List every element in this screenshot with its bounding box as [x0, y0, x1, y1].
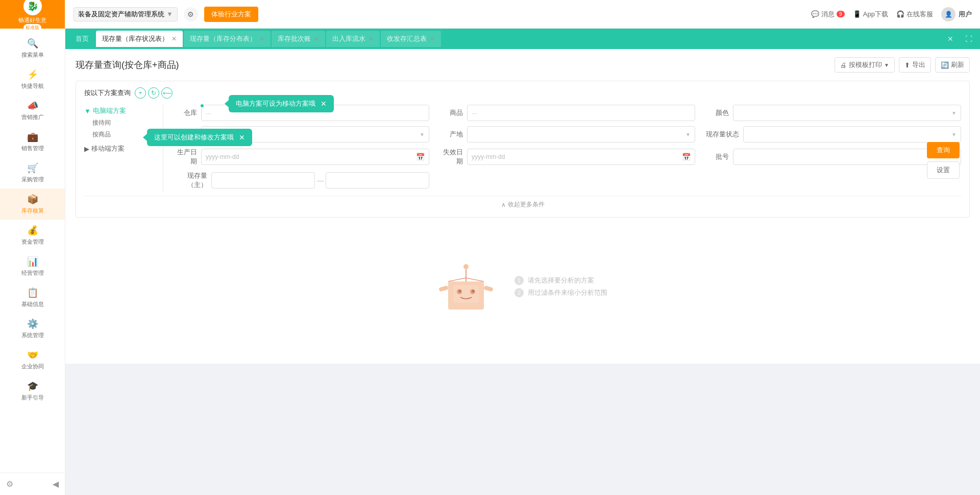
- tooltip-close-2[interactable]: ✕: [239, 133, 245, 142]
- tooltip-close-1[interactable]: ✕: [321, 100, 327, 108]
- collapse-button[interactable]: ∧ 收起更多条件: [84, 196, 961, 213]
- page-actions: 🖨 按模板打印 ▼ ⬆ 导出 🔄 刷新: [835, 57, 970, 73]
- product-field: 商品 ···: [437, 105, 695, 121]
- empty-state: 1 请先选择要分析的方案 2 用过滤条件来缩小分析范围: [76, 218, 970, 356]
- tab-collect-summary[interactable]: 收发存汇总表 ✕: [381, 31, 441, 47]
- message-action[interactable]: 💬 消息 9: [811, 10, 845, 19]
- color-dropdown-icon: ▼: [951, 110, 957, 116]
- stock-main-to[interactable]: [326, 172, 429, 188]
- filter-body: ▼ 电脑端方案 接待间 按商品 ▶ 移动端方案: [84, 105, 961, 192]
- arrow-scheme-button[interactable]: ⟵: [161, 87, 173, 99]
- tab-bar-right: ✕ ⛶: [943, 32, 976, 46]
- search-menu-icon: 🔍: [27, 38, 38, 49]
- sidebar-item-quick-nav[interactable]: ⚡ 快捷导航: [0, 64, 65, 95]
- stock-status-dropdown-icon: ▼: [951, 132, 957, 137]
- top-header: 装备及固定资产辅助管理系统 ▼ ⚙ 体验行业方案 💬 消息 9 📱 App下载 …: [65, 0, 980, 29]
- sidebar-item-enterprise[interactable]: 🤝 企业协同: [0, 344, 65, 375]
- search-button[interactable]: 查询: [927, 142, 960, 158]
- tooltip-text-2: 这里可以创建和修改方案哦: [154, 133, 234, 142]
- calendar-icon-2: 📅: [682, 153, 691, 161]
- enterprise-icon: 🤝: [27, 349, 38, 361]
- tab-close-in-out-flow[interactable]: ✕: [369, 35, 374, 42]
- stock-main-from[interactable]: [211, 172, 315, 188]
- collapse-up-icon: ∧: [501, 201, 506, 208]
- refresh-button[interactable]: 🔄 刷新: [935, 57, 970, 73]
- tooltip-arrow-2: [143, 134, 147, 141]
- tab-inventory-status[interactable]: 现存量（库存状况表） ✕: [96, 31, 183, 47]
- sidebar-item-basic[interactable]: 📋 基础信息: [0, 282, 65, 313]
- filter-row-2: 尺码 ▼ 产地 ▼: [172, 126, 961, 143]
- system-selector[interactable]: 装备及固定资产辅助管理系统 ▼: [74, 7, 178, 21]
- tab-close-all-button[interactable]: ✕: [943, 32, 958, 46]
- expire-date-from[interactable]: yyyy-mm-dd 📅: [467, 149, 695, 165]
- color-select[interactable]: ▼: [733, 105, 961, 121]
- user-label: 用户: [959, 10, 972, 19]
- origin-select[interactable]: ▼: [467, 126, 695, 143]
- stock-main-field: 现存量（主） —: [172, 171, 429, 190]
- logo-icon: 🐉: [23, 0, 42, 15]
- reset-button[interactable]: 设置: [927, 161, 960, 179]
- add-scheme-button[interactable]: +: [135, 87, 146, 99]
- sidebar-item-system[interactable]: ⚙️ 系统管理: [0, 313, 65, 344]
- sidebar-item-search-menu[interactable]: 🔍 搜索菜单: [0, 33, 65, 64]
- system-icon: ⚙️: [27, 318, 38, 329]
- sidebar: 🐉 畅通好生意 标准版 🔍 搜索菜单 ⚡ 快捷导航 📣 营销推广 💼 销售管理 …: [0, 0, 65, 495]
- color-field: 颜色 ▼: [703, 105, 961, 121]
- scheme-pc[interactable]: ▼ 电脑端方案: [84, 105, 159, 117]
- collapse-sidebar-icon[interactable]: ◀: [53, 479, 59, 489]
- filter-action-buttons: + ↻ ⟵: [135, 87, 173, 99]
- tab-close-batch-account[interactable]: ✕: [314, 35, 319, 42]
- settings-icon[interactable]: ⚙: [6, 479, 13, 489]
- sidebar-item-guide[interactable]: 🎓 新手引导: [0, 375, 65, 407]
- stock-status-label: 现存量状态: [703, 130, 739, 139]
- batch-field: 批号: [703, 148, 961, 166]
- svg-line-11: [466, 278, 484, 281]
- sidebar-item-purchase[interactable]: 🛒 采购管理: [0, 157, 65, 188]
- calendar-icon-1: 📅: [416, 153, 425, 161]
- tab-close-collect-summary[interactable]: ✕: [430, 35, 435, 42]
- dot-indicator: [200, 103, 205, 108]
- tab-fullscreen-button[interactable]: ⛶: [962, 32, 976, 46]
- marketing-icon: 📣: [27, 100, 38, 111]
- logo-text: 畅通好生意: [18, 16, 46, 24]
- scheme-mobile-label: 移动端方案: [91, 144, 125, 153]
- product-input[interactable]: ···: [467, 105, 695, 121]
- app-download-action[interactable]: 📱 App下载: [853, 10, 888, 19]
- gear-button[interactable]: ⚙: [184, 7, 198, 21]
- stock-range-sep: —: [317, 177, 324, 184]
- tab-batch-account[interactable]: 库存批次账 ✕: [272, 31, 325, 47]
- refresh-icon: 🔄: [941, 61, 949, 69]
- scheme-sub-reception[interactable]: 接待间: [92, 117, 159, 129]
- industry-button[interactable]: 体验行业方案: [204, 7, 258, 22]
- sidebar-item-operations[interactable]: 📊 经营管理: [0, 251, 65, 282]
- tab-close-inventory-status[interactable]: ✕: [172, 35, 177, 42]
- sidebar-item-inventory[interactable]: 📦 库存核算: [0, 188, 65, 220]
- tooltip-arrow-1: [225, 100, 229, 107]
- tab-in-out-flow[interactable]: 出入库流水 ✕: [326, 31, 380, 47]
- empty-step-2: 2 用过滤条件来缩小分析范围: [514, 288, 607, 297]
- origin-field: 产地 ▼: [437, 126, 695, 143]
- search-btn-group: 查询 设置: [927, 142, 960, 179]
- produce-date-label: 生产日期: [172, 148, 197, 166]
- tab-close-inventory-dist[interactable]: ✕: [259, 35, 264, 42]
- scheme-expand-icon: ▼: [84, 107, 91, 115]
- user-area[interactable]: 👤 用户: [941, 7, 972, 21]
- sidebar-item-sales[interactable]: 💼 销售管理: [0, 126, 65, 157]
- tab-bar: 首页 现存量（库存状况表） ✕ 现存量（库存分布表） ✕ 库存批次账 ✕ 出入库…: [65, 29, 980, 49]
- tab-home[interactable]: 首页: [69, 31, 95, 47]
- export-button[interactable]: ⬆ 导出: [899, 57, 931, 73]
- message-badge: 9: [837, 11, 845, 17]
- page-title: 现存量查询(按仓库+商品): [76, 59, 179, 71]
- sidebar-item-finance[interactable]: 💰 资金管理: [0, 220, 65, 251]
- step-num-2: 2: [514, 288, 524, 297]
- produce-date-field: 生产日期 yyyy-mm-dd 📅: [172, 148, 429, 166]
- produce-date-from[interactable]: yyyy-mm-dd 📅: [201, 149, 429, 165]
- tab-inventory-dist[interactable]: 现存量（库存分布表） ✕: [184, 31, 271, 47]
- mobile-icon: 📱: [853, 10, 861, 18]
- stock-status-select[interactable]: ▼: [743, 126, 961, 143]
- page-container: 现存量查询(按仓库+商品) 🖨 按模板打印 ▼ ⬆ 导出 🔄 刷新: [65, 49, 980, 364]
- service-action[interactable]: 🎧 在线客服: [896, 10, 933, 19]
- sidebar-item-marketing[interactable]: 📣 营销推广: [0, 95, 65, 126]
- refresh-scheme-button[interactable]: ↻: [148, 87, 159, 99]
- template-print-button[interactable]: 🖨 按模板打印 ▼: [835, 57, 895, 73]
